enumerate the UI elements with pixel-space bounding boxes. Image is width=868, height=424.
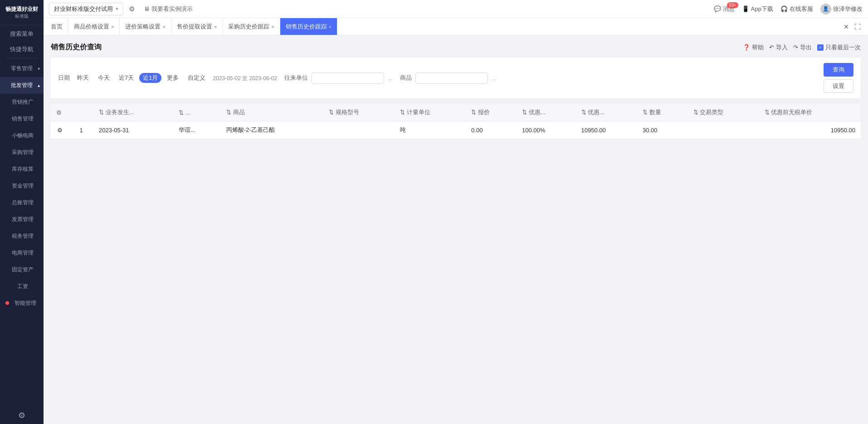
date-option-7days[interactable]: 近7天 xyxy=(115,73,137,83)
chevron-down-icon: ▾ xyxy=(38,66,40,71)
sidebar-item-sales[interactable]: 销售管理 xyxy=(0,111,44,127)
sidebar-divider-top xyxy=(5,58,38,58)
chevron-up-icon: ▴ xyxy=(38,83,40,88)
sidebar-item-wholesale[interactable]: 批发管理 ▴ xyxy=(0,77,44,94)
tab-price[interactable]: 商品价格设置 × xyxy=(68,18,120,35)
tab-home[interactable]: 首页 xyxy=(45,18,68,35)
tab-sales-history[interactable]: 销售历史价跟踪 × xyxy=(280,18,337,35)
sort-icon: ⇅ xyxy=(693,109,698,116)
sidebar-item-fixed-assets[interactable]: 固定资产 xyxy=(0,261,44,278)
from-unit-label: 往来单位 xyxy=(284,74,308,82)
from-unit-input[interactable] xyxy=(312,72,384,84)
import-icon: ↶ xyxy=(769,44,774,51)
tab-purchase-history[interactable]: 采购历史价跟踪 × xyxy=(223,18,280,35)
col-header-more[interactable]: ⇅ ... xyxy=(173,104,221,121)
col-header-discount-amt[interactable]: ⇅ 优惠... xyxy=(576,104,637,121)
sidebar-item-inventory[interactable]: 库存核算 xyxy=(0,161,44,178)
tab-extract[interactable]: 售价提取设置 × xyxy=(171,18,223,35)
data-table: ⚙ ⇅ 业务发生... ⇅ ... ⇅ 商品 xyxy=(51,104,861,139)
sort-icon: ⇅ xyxy=(99,109,104,116)
demo-link[interactable]: 🖥 我要看实例演示 xyxy=(140,3,196,15)
sidebar-item-ecommerce-small[interactable]: 小畅电商 xyxy=(0,127,44,144)
only-last-checkbox[interactable]: ✓ xyxy=(817,44,824,51)
tab-close-icon[interactable]: × xyxy=(329,24,332,29)
sort-icon: ⇅ xyxy=(329,109,334,116)
headset-icon: 🎧 xyxy=(780,5,788,12)
sidebar-item-ecommerce[interactable]: 电商管理 xyxy=(0,245,44,261)
maximize-icon[interactable]: ⛶ xyxy=(853,22,863,31)
product-more-icon[interactable]: ... xyxy=(492,75,497,82)
logo-text: 畅捷通好业财 xyxy=(4,5,40,13)
date-option-more[interactable]: 更多 xyxy=(163,73,182,83)
product-input[interactable] xyxy=(415,72,488,84)
avatar: 👤 xyxy=(820,4,831,14)
tab-close-icon[interactable]: × xyxy=(271,24,274,29)
sort-icon: ⇅ xyxy=(471,109,476,116)
sidebar-item-retail[interactable]: 零售管理 ▾ xyxy=(0,60,44,77)
col-header-product[interactable]: ⇅ 商品 xyxy=(221,104,324,121)
quick-nav[interactable]: 快捷导航 xyxy=(0,43,44,56)
sidebar: 畅捷通好业财 标准版 搜索菜单 快捷导航 零售管理 ▾ 批发管理 ▴ 营销推广 … xyxy=(0,0,44,424)
gear-icon[interactable]: ⚙ xyxy=(127,3,137,15)
tab-strategy[interactable]: 进价策略设置 × xyxy=(120,18,171,35)
tab-close-icon[interactable]: × xyxy=(111,24,114,29)
sort-icon: ⇅ xyxy=(400,109,405,116)
chevron-down-icon: ▾ xyxy=(116,6,118,12)
message-icon: 💬 xyxy=(714,5,721,12)
date-option-custom[interactable]: 自定义 xyxy=(184,73,209,83)
user-menu[interactable]: 👤 徐泽华修改 xyxy=(820,4,863,14)
export-button[interactable]: ↷ 导出 xyxy=(793,43,812,52)
version-selector[interactable]: 好业财标准版交付试用 ▾ xyxy=(49,3,123,15)
query-button[interactable]: 查询 xyxy=(824,63,853,77)
phone-icon: 📱 xyxy=(742,5,749,12)
sidebar-item-smart[interactable]: 智能管理 xyxy=(0,295,44,312)
filter-area: 日期 昨天 今天 近7天 近1月 更多 自定义 2023-05-02 至 202… xyxy=(51,58,861,98)
topbar: 好业财标准版交付试用 ▾ ⚙ 🖥 我要看实例演示 💬 消息 99+ 📱 App下… xyxy=(44,0,868,18)
settings-button[interactable]: 设置 xyxy=(824,79,853,93)
col-header-biz-date[interactable]: ⇅ 业务发生... xyxy=(93,104,173,121)
row-biz-date: 2023-05-31 xyxy=(93,121,173,139)
row-gear[interactable]: ⚙ xyxy=(51,121,69,139)
app-download-button[interactable]: 📱 App下载 xyxy=(742,5,773,13)
date-option-yesterday[interactable]: 昨天 xyxy=(73,73,93,83)
gear-icon[interactable]: ⚙ xyxy=(56,109,62,116)
logo: 畅捷通好业财 标准版 xyxy=(0,0,44,25)
message-button[interactable]: 💬 消息 99+ xyxy=(714,5,735,13)
from-unit-more-icon[interactable]: ... xyxy=(388,75,393,82)
close-tab-icon[interactable]: ✕ xyxy=(842,22,851,31)
col-header-quote[interactable]: ⇅ 报价 xyxy=(466,104,517,121)
online-service-button[interactable]: 🎧 在线客服 xyxy=(780,5,813,13)
col-header-spec[interactable]: ⇅ 规格型号 xyxy=(323,104,395,121)
row-discount-pct: 100.00% xyxy=(517,121,576,139)
settings-gear-icon[interactable]: ⚙ xyxy=(0,407,44,424)
col-header-quantity[interactable]: ⇅ 数量 xyxy=(637,104,688,121)
col-header-pretax-price[interactable]: ⇅ 优惠前无税单价 xyxy=(759,104,861,121)
help-button[interactable]: ❓ 帮助 xyxy=(743,43,764,52)
col-header-trans-type[interactable]: ⇅ 交易类型 xyxy=(688,104,759,121)
date-option-today[interactable]: 今天 xyxy=(94,73,113,83)
sidebar-item-salary[interactable]: 工资 xyxy=(0,278,44,295)
demo-icon: 🖥 xyxy=(144,5,150,12)
page-title: 销售历史价查询 xyxy=(51,43,102,52)
row-num: 1 xyxy=(69,121,93,139)
col-header-num xyxy=(69,104,93,121)
main-area: 好业财标准版交付试用 ▾ ⚙ 🖥 我要看实例演示 💬 消息 99+ 📱 App下… xyxy=(44,0,868,424)
tab-close-icon[interactable]: × xyxy=(162,24,165,29)
sidebar-item-finance[interactable]: 资金管理 xyxy=(0,178,44,194)
red-dot-icon xyxy=(5,301,9,305)
sidebar-item-marketing[interactable]: 营销推广 xyxy=(0,94,44,111)
logo-sub: 标准版 xyxy=(4,13,40,19)
sidebar-item-purchase[interactable]: 采购管理 xyxy=(0,144,44,161)
col-header-discount-pct[interactable]: ⇅ 优惠... xyxy=(517,104,576,121)
col-header-gear: ⚙ xyxy=(51,104,69,121)
version-selector-text: 好业财标准版交付试用 xyxy=(54,5,113,13)
message-badge: 99+ xyxy=(727,2,738,8)
date-option-1month[interactable]: 近1月 xyxy=(139,73,161,83)
col-header-unit[interactable]: ⇅ 计量单位 xyxy=(395,104,466,121)
search-menu[interactable]: 搜索菜单 xyxy=(0,25,44,43)
sidebar-item-invoice[interactable]: 发票管理 xyxy=(0,211,44,228)
import-button[interactable]: ↶ 导入 xyxy=(769,43,788,52)
sidebar-item-tax[interactable]: 税务管理 xyxy=(0,228,44,245)
tab-close-icon[interactable]: × xyxy=(214,24,217,29)
sidebar-item-general[interactable]: 总账管理 xyxy=(0,194,44,211)
